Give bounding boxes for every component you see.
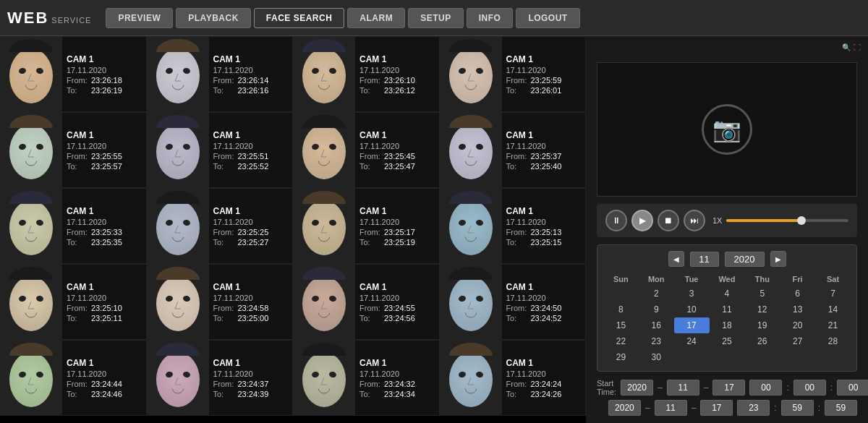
nav-tab-face-search[interactable]: FACE SEARCH <box>254 8 345 28</box>
cal-day-cell[interactable]: 14 <box>815 302 851 317</box>
cal-day-cell[interactable]: 21 <box>815 317 851 333</box>
face-card[interactable]: CAM 1 17.11.2020 From:23:25:45 To:23:25:… <box>293 112 440 188</box>
cal-day-cell[interactable]: 2 <box>639 286 674 302</box>
cal-day-cell[interactable]: 18 <box>710 317 745 333</box>
cal-day-cell[interactable]: 15 <box>603 317 639 333</box>
face-card[interactable]: CAM 1 17.11.2020 From:23:25:55 To:23:25:… <box>0 112 147 188</box>
date-label: 17.11.2020 <box>213 142 269 150</box>
face-card[interactable]: CAM 1 17.11.2020 From:23:25:37 To:23:25:… <box>440 112 587 188</box>
face-card[interactable]: CAM 1 17.11.2020 From:23:24:24 To:23:24:… <box>440 340 587 416</box>
to-time: 23:26:12 <box>384 86 415 95</box>
face-card[interactable]: CAM 1 17.11.2020 From:23:24:58 To:23:25:… <box>147 264 294 340</box>
cam-label: CAM 1 <box>67 282 122 292</box>
stop-button[interactable]: ⏹ <box>658 210 679 231</box>
to-label: To: <box>506 314 528 322</box>
end-hour-input[interactable] <box>737 400 770 416</box>
nav-tab-preview[interactable]: PREVIEW <box>106 8 173 28</box>
cal-next-button[interactable]: ▶ <box>770 251 786 267</box>
face-card[interactable]: CAM 1 17.11.2020 From:23:26:18 To:23:26:… <box>0 36 147 112</box>
face-card[interactable]: CAM 1 17.11.2020 From:23:24:55 To:23:24:… <box>293 264 440 340</box>
from-label: From: <box>213 228 235 236</box>
start-min-input[interactable] <box>793 380 826 396</box>
start-month-input[interactable] <box>667 380 699 396</box>
cal-day-cell[interactable]: 6 <box>780 286 815 302</box>
cam-label: CAM 1 <box>359 54 415 64</box>
face-info: CAM 1 17.11.2020 From:23:25:45 To:23:25:… <box>355 113 420 187</box>
face-card[interactable]: CAM 1 17.11.2020 From:23:25:33 To:23:25:… <box>0 188 147 264</box>
cal-day-cell[interactable]: 9 <box>639 302 674 317</box>
from-label: From: <box>359 152 381 161</box>
nav-tab-setup[interactable]: SETUP <box>408 8 464 28</box>
face-card[interactable]: CAM 1 17.11.2020 From:23:25:25 To:23:25:… <box>147 188 294 264</box>
face-card[interactable]: CAM 1 17.11.2020 From:23:25:17 To:23:25:… <box>293 188 440 264</box>
cal-day-cell[interactable]: 26 <box>744 333 780 349</box>
cam-label: CAM 1 <box>213 54 269 64</box>
cal-day-cell[interactable]: 20 <box>780 317 815 333</box>
face-card[interactable]: CAM 1 17.11.2020 From:23:25:13 To:23:25:… <box>440 188 587 264</box>
date-label: 17.11.2020 <box>506 294 562 302</box>
face-card[interactable]: CAM 1 17.11.2020 From:23:26:14 To:23:26:… <box>147 36 294 112</box>
cal-day-cell[interactable]: 29 <box>603 349 639 365</box>
face-card[interactable]: CAM 1 17.11.2020 From:23:26:10 To:23:26:… <box>293 36 440 112</box>
cal-day-cell[interactable]: 8 <box>603 302 639 317</box>
face-card[interactable]: CAM 1 17.11.2020 From:23:24:44 To:23:24:… <box>0 340 147 416</box>
end-day-input[interactable] <box>700 400 733 416</box>
speed-slider[interactable] <box>726 219 848 222</box>
cal-day-cell[interactable]: 19 <box>744 317 780 333</box>
cam-label: CAM 1 <box>213 206 269 216</box>
pause-button[interactable]: ⏸ <box>605 210 627 231</box>
face-card[interactable]: CAM 1 17.11.2020 From:23:24:37 To:23:24:… <box>147 340 294 416</box>
cal-day-cell[interactable]: 25 <box>710 333 745 349</box>
face-card[interactable]: CAM 1 17.11.2020 From:23:25:10 To:23:25:… <box>0 264 147 340</box>
end-month-input[interactable] <box>655 400 687 416</box>
cal-year-input[interactable] <box>725 252 765 267</box>
face-card[interactable]: CAM 1 17.11.2020 From:23:24:32 To:23:24:… <box>293 340 440 416</box>
cal-day-cell[interactable]: 17 <box>674 317 710 333</box>
nav-tab-logout[interactable]: LOGOUT <box>516 8 579 28</box>
end-min-input[interactable] <box>781 400 814 416</box>
cal-day-cell[interactable]: 27 <box>780 333 815 349</box>
cal-day-cell[interactable]: 24 <box>674 333 710 349</box>
cal-day-cell[interactable]: 12 <box>744 302 780 317</box>
expand-icon[interactable]: ⛶ <box>854 43 861 51</box>
face-card[interactable]: CAM 1 17.11.2020 From:23:25:59 To:23:26:… <box>440 36 587 112</box>
cal-prev-button[interactable]: ◀ <box>668 251 684 267</box>
to-label: To: <box>213 314 235 322</box>
next-button[interactable]: ⏭ <box>684 210 705 231</box>
end-sec-input[interactable] <box>825 400 857 416</box>
cam-label: CAM 1 <box>67 358 122 368</box>
start-hour-input[interactable] <box>749 380 782 396</box>
cal-day-cell[interactable]: 22 <box>603 333 639 349</box>
nav-tab-alarm[interactable]: ALARM <box>347 8 405 28</box>
nav-tab-info[interactable]: INFO <box>467 8 514 28</box>
zoom-icon[interactable]: 🔍 <box>842 43 851 51</box>
face-thumb <box>294 189 355 263</box>
nav-tab-playback[interactable]: PLAYBACK <box>176 8 251 28</box>
to-label: To: <box>67 162 88 171</box>
cal-day-cell[interactable]: 23 <box>639 333 674 349</box>
cal-day-cell[interactable]: 3 <box>674 286 710 302</box>
to-label: To: <box>213 390 235 398</box>
end-year-input[interactable] <box>608 400 641 416</box>
cal-day-cell[interactable]: 10 <box>674 302 710 317</box>
cal-day-cell[interactable]: 16 <box>639 317 674 333</box>
cal-day-cell[interactable]: 7 <box>815 286 851 302</box>
cal-day-cell[interactable]: 28 <box>815 333 851 349</box>
start-year-input[interactable] <box>621 380 653 396</box>
start-sec-input[interactable] <box>837 380 868 396</box>
start-day-input[interactable] <box>712 380 745 396</box>
cal-day-cell[interactable]: 4 <box>710 286 745 302</box>
from-label: From: <box>359 304 381 312</box>
cal-day-cell[interactable]: 30 <box>639 349 674 365</box>
cal-day-cell <box>815 349 851 365</box>
cal-day-cell <box>603 286 639 302</box>
to-time: 23:24:52 <box>531 314 562 322</box>
cal-day-cell[interactable]: 11 <box>710 302 745 317</box>
cal-month-input[interactable] <box>690 252 719 267</box>
face-card[interactable]: CAM 1 17.11.2020 From:23:25:51 To:23:25:… <box>147 112 294 188</box>
face-card[interactable]: CAM 1 17.11.2020 From:23:24:50 To:23:24:… <box>440 264 587 340</box>
cal-day-cell[interactable]: 5 <box>744 286 780 302</box>
cal-day-cell[interactable]: 13 <box>780 302 815 317</box>
from-time: 23:24:44 <box>91 380 122 388</box>
play-button[interactable]: ▶ <box>631 210 653 231</box>
